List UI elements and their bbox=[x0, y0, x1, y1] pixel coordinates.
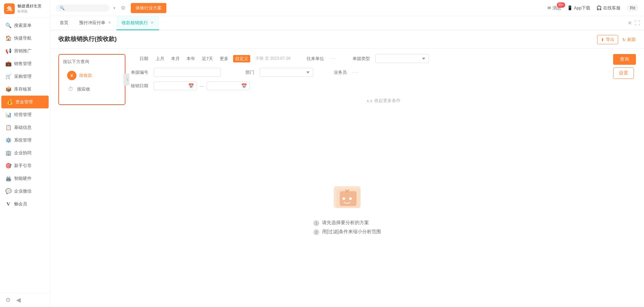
sidebar-item-shortcut[interactable]: 🏠 快捷导航 bbox=[0, 32, 50, 45]
refresh-button[interactable]: ↻ 刷新 bbox=[622, 37, 636, 43]
sidebar-item-guide[interactable]: 🎯 新手引导 bbox=[0, 159, 50, 172]
topbar: 🔍 ▾ ⚙ 体验行业方案 ✉ 消息 99+ 📱 App下载 🎧 在线客服 Rit bbox=[50, 0, 644, 16]
sidebar-item-inventory[interactable]: 📦 库存核算 bbox=[0, 83, 50, 96]
sidebar-item-member[interactable]: V 畅会员 bbox=[0, 198, 50, 210]
sales-icon: 💼 bbox=[5, 61, 11, 67]
sidebar-item-hardware[interactable]: 🖨️ 智能硬件 bbox=[0, 172, 50, 185]
writeoff-date-start-input[interactable]: 2023-03-01 bbox=[157, 84, 187, 89]
message-button[interactable]: ✉ 消息 99+ bbox=[547, 5, 561, 11]
writeoff-date-range: 2023-03-01 📅 — 2023-07-21 📅 bbox=[154, 82, 250, 90]
topbar-dropdown-icon[interactable]: ▾ bbox=[113, 6, 115, 10]
writeoff-date-label: 核销日期 bbox=[131, 83, 148, 89]
settings-icon[interactable]: ⚙ bbox=[5, 296, 11, 304]
tab-home[interactable]: 首页 bbox=[54, 16, 74, 30]
topbar-gear-icon[interactable]: ⚙ bbox=[121, 5, 125, 11]
sidebar-item-operation[interactable]: 📊 经营管理 bbox=[0, 108, 50, 121]
sidebar-item-system[interactable]: ⚙️ 系统管理 bbox=[0, 134, 50, 147]
sidebar-menu: 🔍 搜索菜单 🏠 快捷导航 📢 营销推广 💼 销售管理 🛒 采购管理 📦 库存核… bbox=[0, 18, 50, 293]
date-this-month[interactable]: 本月 bbox=[169, 55, 182, 62]
wechat-icon: 💬 bbox=[5, 188, 11, 194]
export-icon: ⬆ bbox=[601, 37, 604, 42]
tab-receipt-writeoff[interactable]: 收款核销执行 ✕ bbox=[116, 16, 159, 30]
member-icon: V bbox=[5, 201, 11, 207]
tabbar: 首页 预付冲应付单 ✕ 收款核销执行 ✕ ✕ ⛶ bbox=[50, 16, 644, 30]
setting-button[interactable]: 设置 bbox=[613, 67, 634, 79]
collapse-sidebar-icon[interactable]: ◀ bbox=[16, 296, 21, 304]
calendar-start-icon[interactable]: 📅 bbox=[188, 83, 194, 89]
sidebar: 兔 畅捷通好生意 标准版 🔍 搜索菜单 🏠 快捷导航 📢 营销推广 💼 销售管理… bbox=[0, 0, 50, 307]
date-more[interactable]: 更多 bbox=[218, 55, 230, 62]
online-service-button[interactable]: 🎧 在线客服 bbox=[596, 5, 621, 11]
date-this-year[interactable]: 本年 bbox=[184, 55, 197, 62]
marketing-icon: 📢 bbox=[5, 48, 11, 54]
doc-type-select[interactable] bbox=[375, 54, 429, 63]
app-icon: 📱 bbox=[567, 5, 573, 10]
sidebar-item-marketing[interactable]: 📢 营销推广 bbox=[0, 45, 50, 57]
sidebar-item-sales[interactable]: 💼 销售管理 bbox=[0, 57, 50, 70]
sidebar-item-search[interactable]: 🔍 搜索菜单 bbox=[0, 19, 50, 32]
svg-point-3 bbox=[342, 197, 345, 200]
date-quick-options: 上月 本月 本年 近7天 更多 自定义 bbox=[154, 55, 250, 62]
empty-svg bbox=[327, 180, 367, 213]
sidebar-bottom: ⚙ ◀ bbox=[0, 293, 50, 307]
doc-no-input[interactable] bbox=[154, 68, 221, 77]
empty-state: 1 请先选择要分析的方案 2 用[过滤]条件来缩小分析范围 bbox=[50, 110, 644, 307]
sidebar-item-finance[interactable]: 💰 资金管理 bbox=[1, 96, 49, 108]
enterprise-icon: 🏢 bbox=[5, 150, 11, 156]
user-profile[interactable]: Rit bbox=[627, 4, 639, 11]
app-badge: 标准版 bbox=[17, 9, 42, 14]
export-button[interactable]: ⬆ 导出 bbox=[597, 35, 618, 44]
app-name: 畅捷通好生意 bbox=[17, 4, 42, 9]
sidebar-item-wechat[interactable]: 💬 企业微信 bbox=[0, 185, 50, 198]
page-header-actions: ⬆ 导出 ↻ 刷新 bbox=[597, 35, 636, 48]
message-icon: ✉ bbox=[547, 5, 551, 10]
tabbar-right-actions: ✕ ⛶ bbox=[628, 20, 640, 26]
sidebar-item-enterprise[interactable]: 🏢 企业协同 bbox=[0, 147, 50, 159]
date-last-month[interactable]: 上月 bbox=[154, 55, 166, 62]
collapse-up-icon: ∧∧ bbox=[366, 98, 373, 103]
sidebar-item-purchase[interactable]: 🛒 采购管理 bbox=[0, 70, 50, 83]
right-filter: 日期 上月 本月 本年 近7天 更多 自定义 不限 至 2023-07-26 bbox=[131, 54, 636, 105]
collapse-more-bar[interactable]: ∧∧ 收起更多条件 bbox=[131, 96, 636, 105]
operation-icon: 📊 bbox=[5, 112, 11, 118]
writeoff-date-end-wrap: 2023-07-21 📅 bbox=[207, 82, 250, 90]
logo-icon: 兔 bbox=[4, 3, 15, 14]
main-area: 🔍 ▾ ⚙ 体验行业方案 ✉ 消息 99+ 📱 App下载 🎧 在线客服 Rit bbox=[50, 0, 644, 307]
empty-illustration bbox=[327, 180, 367, 213]
dept-select[interactable] bbox=[260, 68, 313, 77]
sidebar-item-basic[interactable]: 📋 基础信息 bbox=[0, 121, 50, 134]
query-mode-panel: 按以下方查询 ¥ 按收款 ⏱ 按应收 《 bbox=[58, 54, 125, 105]
partner-input-dots: ··· bbox=[329, 55, 336, 62]
content-area: 收款核销执行(按收款) ⬆ 导出 ↻ 刷新 按以下方查询 ¥ 按收款 bbox=[50, 30, 644, 307]
writeoff-date-end-input[interactable]: 2023-07-21 bbox=[210, 84, 240, 89]
topbar-right: ✉ 消息 99+ 📱 App下载 🎧 在线客服 Rit bbox=[547, 4, 639, 11]
receipt-icon: ¥ bbox=[67, 71, 76, 80]
tab-close-all-icon[interactable]: ✕ bbox=[628, 20, 632, 26]
topbar-search[interactable]: 🔍 bbox=[56, 4, 109, 12]
writeoff-date-start-wrap: 2023-03-01 📅 bbox=[154, 82, 197, 90]
docno-filter-row: 单据编号 部门 业务员 ··· bbox=[131, 68, 609, 77]
tab-receipt-close-icon[interactable]: ✕ bbox=[151, 20, 154, 25]
date-hint: 不限 至 2023-07-26 bbox=[256, 56, 290, 61]
date-7-days[interactable]: 近7天 bbox=[200, 55, 215, 62]
inventory-icon: 📦 bbox=[5, 86, 11, 92]
page-header: 收款核销执行(按收款) ⬆ 导出 ↻ 刷新 bbox=[50, 30, 644, 49]
tab-prepay[interactable]: 预付冲应付单 ✕ bbox=[74, 16, 116, 30]
dept-label: 部门 bbox=[237, 69, 254, 75]
app-download-button[interactable]: 📱 App下载 bbox=[567, 5, 590, 11]
basic-icon: 📋 bbox=[5, 124, 11, 131]
tab-prepay-close-icon[interactable]: ✕ bbox=[108, 20, 111, 25]
date-label: 日期 bbox=[131, 56, 148, 62]
panel-collapse-button[interactable]: 《 bbox=[123, 73, 129, 86]
solution-button[interactable]: 体验行业方案 bbox=[131, 3, 166, 13]
tab-fullscreen-icon[interactable]: ⛶ bbox=[635, 20, 640, 26]
query-by-payable[interactable]: ⏱ 按应收 bbox=[63, 83, 121, 96]
date-custom[interactable]: 自定义 bbox=[233, 55, 250, 62]
hardware-icon: 🖨️ bbox=[5, 175, 11, 182]
query-button[interactable]: 查询 bbox=[613, 54, 636, 65]
query-by-receipt[interactable]: ¥ 按收款 bbox=[63, 68, 121, 83]
date-range-separator: — bbox=[200, 84, 204, 89]
calendar-end-icon[interactable]: 📅 bbox=[241, 83, 247, 89]
service-icon: 🎧 bbox=[596, 5, 602, 10]
svg-rect-2 bbox=[340, 191, 357, 206]
